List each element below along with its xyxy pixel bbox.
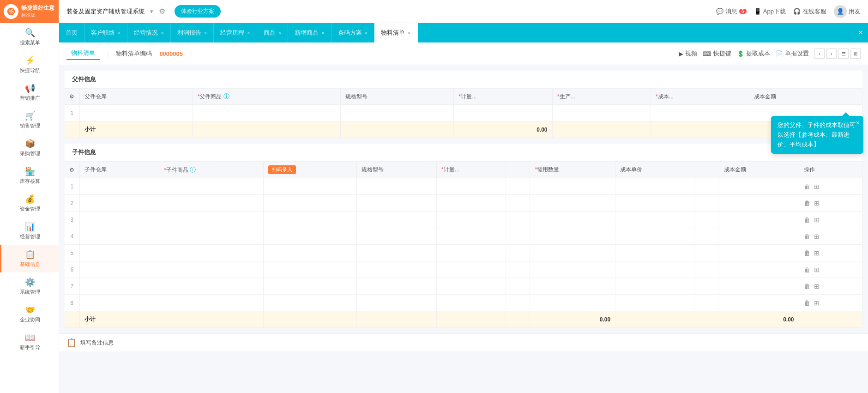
- action-cost[interactable]: 💲 提取成本: [737, 49, 770, 58]
- child-product-6[interactable]: [159, 261, 263, 278]
- delete-btn-7[interactable]: 🗑: [804, 283, 810, 290]
- delete-btn-2[interactable]: 🗑: [804, 200, 810, 207]
- parent-warehouse-cell[interactable]: [79, 105, 193, 121]
- child-unit-6[interactable]: [436, 261, 506, 278]
- tab-bill-list[interactable]: 物料清单: [66, 47, 100, 60]
- sidebar-item-inventory[interactable]: 🏪 库存核算: [0, 162, 59, 189]
- child-scan-8[interactable]: [263, 295, 356, 311]
- child-unit-7[interactable]: [436, 278, 506, 295]
- child-scan-1[interactable]: [263, 178, 356, 195]
- child-unit-cost-2[interactable]: [615, 195, 695, 212]
- expand-btn[interactable]: ⊞: [850, 48, 861, 59]
- tooltip-close-btn[interactable]: ×: [856, 118, 860, 128]
- nav-tab-首页[interactable]: 首页: [59, 23, 84, 42]
- copy-btn-7[interactable]: ⊞: [814, 283, 820, 290]
- child-product-1[interactable]: [159, 178, 263, 195]
- child-spec-2[interactable]: [357, 195, 436, 212]
- prev-btn[interactable]: ‹: [814, 48, 825, 59]
- tab-close-icon[interactable]: ×: [118, 30, 121, 36]
- child-qty-6[interactable]: [530, 261, 615, 278]
- online-service-item[interactable]: 🎧 在线客服: [793, 7, 826, 16]
- child-spec-7[interactable]: [357, 278, 436, 295]
- child-scan-5[interactable]: [263, 245, 356, 261]
- delete-btn-1[interactable]: 🗑: [804, 183, 810, 190]
- nav-tab-新增商品[interactable]: 新增商品×: [288, 23, 331, 42]
- tab-close-icon[interactable]: ×: [321, 30, 324, 36]
- child-qty-2[interactable]: [530, 195, 615, 212]
- child-product-8[interactable]: [159, 295, 263, 311]
- child-warehouse-6[interactable]: [79, 261, 159, 278]
- child-unit-1[interactable]: [436, 178, 506, 195]
- child-unit-8[interactable]: [436, 295, 506, 311]
- sidebar-item-system[interactable]: ⚙️ 系统管理: [0, 272, 59, 300]
- copy-btn-5[interactable]: ⊞: [814, 249, 820, 257]
- scan-input-btn[interactable]: 扫码录入: [268, 165, 296, 174]
- sidebar-item-finance[interactable]: 💰 资金管理: [0, 189, 59, 217]
- child-product-7[interactable]: [159, 278, 263, 295]
- parent-col-gear[interactable]: ⚙: [65, 89, 79, 105]
- child-unit-cost-4[interactable]: [615, 228, 695, 245]
- child-warehouse-7[interactable]: [79, 278, 159, 295]
- copy-btn-4[interactable]: ⊞: [814, 233, 820, 240]
- nav-tab-经营历程[interactable]: 经营历程×: [214, 23, 257, 42]
- tab-close-icon[interactable]: ×: [204, 30, 207, 36]
- tab-close-icon[interactable]: ×: [247, 30, 250, 36]
- child-qty-8[interactable]: [530, 295, 615, 311]
- sidebar-item-guide[interactable]: 📖 新手引导: [0, 328, 59, 356]
- copy-btn-6[interactable]: ⊞: [814, 266, 820, 273]
- action-view[interactable]: ▶ 视频: [679, 49, 697, 58]
- nav-tab-物料清单[interactable]: 物料清单×: [374, 23, 417, 42]
- app-download-item[interactable]: 📱 App下载: [754, 7, 786, 16]
- delete-btn-4[interactable]: 🗑: [804, 233, 810, 240]
- child-scan-3[interactable]: [263, 212, 356, 228]
- action-shortcut[interactable]: ⌨ 快捷键: [703, 49, 731, 58]
- parent-unit-cell[interactable]: [454, 105, 552, 121]
- child-product-4[interactable]: [159, 228, 263, 245]
- trial-button[interactable]: 体验行业方案: [175, 5, 221, 18]
- close-all-tabs-btn[interactable]: ×: [853, 29, 868, 37]
- parent-production-cell[interactable]: [552, 105, 651, 121]
- menu-btn[interactable]: ☰: [838, 48, 849, 59]
- copy-btn-8[interactable]: ⊞: [814, 299, 820, 307]
- child-warehouse-5[interactable]: [79, 245, 159, 261]
- child-spec-6[interactable]: [357, 261, 436, 278]
- child-qty-7[interactable]: [530, 278, 615, 295]
- child-qty-5[interactable]: [530, 245, 615, 261]
- child-spec-5[interactable]: [357, 245, 436, 261]
- sidebar-item-marketing[interactable]: 📢 营销推广: [0, 79, 59, 106]
- sidebar-item-operation[interactable]: 📊 经营管理: [0, 217, 59, 245]
- sidebar-item-quicknav[interactable]: ⚡ 快捷导航: [0, 51, 59, 79]
- settings-icon[interactable]: ⚙: [159, 7, 165, 16]
- child-warehouse-8[interactable]: [79, 295, 159, 311]
- next-btn[interactable]: ›: [826, 48, 837, 59]
- sidebar-item-basic[interactable]: 📋 基础信息: [0, 245, 59, 272]
- child-product-2[interactable]: [159, 195, 263, 212]
- child-spec-4[interactable]: [357, 228, 436, 245]
- tab-close-icon[interactable]: ×: [365, 30, 368, 36]
- tab-close-icon[interactable]: ×: [278, 30, 281, 36]
- sidebar-item-enterprise[interactable]: 🤝 企业协同: [0, 300, 59, 328]
- child-unit-cost-6[interactable]: [615, 261, 695, 278]
- copy-btn-2[interactable]: ⊞: [814, 200, 820, 207]
- child-scan-6[interactable]: [263, 261, 356, 278]
- child-scan-4[interactable]: [263, 228, 356, 245]
- child-warehouse-3[interactable]: [79, 212, 159, 228]
- child-unit-cost-7[interactable]: [615, 278, 695, 295]
- child-unit-2[interactable]: [436, 195, 506, 212]
- copy-btn-1[interactable]: ⊞: [814, 183, 820, 190]
- child-qty-4[interactable]: [530, 228, 615, 245]
- sidebar-item-sales[interactable]: 🛒 销售管理: [0, 106, 59, 134]
- sidebar-item-purchase[interactable]: 📦 采购管理: [0, 134, 59, 162]
- child-qty-3[interactable]: [530, 212, 615, 228]
- parent-cost-cell[interactable]: [651, 105, 749, 121]
- parent-spec-cell[interactable]: [341, 105, 454, 121]
- nav-tab-商品[interactable]: 商品×: [257, 23, 288, 42]
- child-product-3[interactable]: [159, 212, 263, 228]
- copy-btn-3[interactable]: ⊞: [814, 216, 820, 224]
- child-warehouse-1[interactable]: [79, 178, 159, 195]
- delete-btn-8[interactable]: 🗑: [804, 299, 810, 307]
- parent-product-cell[interactable]: [193, 105, 341, 121]
- child-unit-cost-3[interactable]: [615, 212, 695, 228]
- child-product-5[interactable]: [159, 245, 263, 261]
- tab-close-icon[interactable]: ×: [408, 30, 410, 36]
